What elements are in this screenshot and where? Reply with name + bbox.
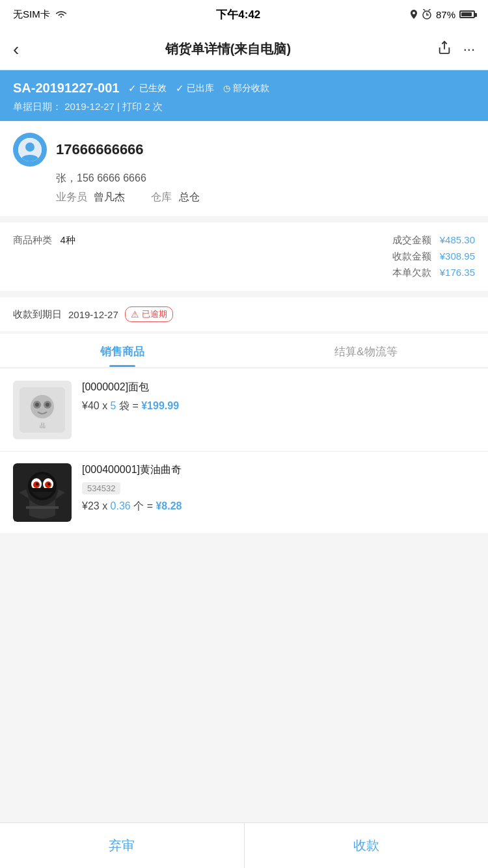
due-date: 2019-12-27	[68, 309, 118, 320]
overdue-icon: ⚠	[131, 309, 139, 319]
more-icon[interactable]: ···	[463, 41, 475, 58]
status-bar: 无SIM卡 下午4:42 87%	[0, 0, 488, 29]
svg-point-13	[35, 403, 39, 407]
badge-shipped: ✓ 已出库	[176, 83, 214, 94]
customer-section: 17666666666 张，156 6666 6666 业务员 曾凡杰 仓库 总…	[0, 121, 488, 216]
wifi-icon	[55, 10, 67, 19]
back-button[interactable]: ‹	[13, 39, 19, 60]
order-date-info: 单据日期： 2019-12-27 | 打印 2 次	[13, 101, 475, 113]
svg-rect-26	[29, 488, 55, 492]
alarm-icon	[422, 9, 432, 20]
svg-text:品: 品	[40, 422, 46, 429]
svg-point-0	[413, 12, 415, 14]
warehouse-info: 仓库 总仓	[151, 191, 199, 204]
product-name-2: [000400001]黄油曲奇	[82, 463, 475, 477]
product-tag-2: 534532	[82, 482, 120, 495]
customer-meta: 业务员 曾凡杰 仓库 总仓	[13, 191, 475, 204]
svg-point-24	[47, 483, 50, 485]
list-item: 品 [0000002]面包 ¥40 x 5 袋 = ¥199.99	[0, 369, 488, 452]
location-icon	[410, 9, 418, 20]
stats-left: 商品种类 4种	[13, 234, 75, 279]
product-price-1: ¥40 x 5 袋 = ¥199.99	[82, 400, 475, 413]
nav-bar: ‹ 销货单详情(来自电脑) ···	[0, 29, 488, 70]
debt-row: 本单欠款 ¥176.35	[392, 267, 475, 279]
tabs: 销售商品 结算&物流等	[0, 334, 488, 368]
bottom-bar: 弃审 收款	[0, 822, 488, 868]
discard-review-button[interactable]: 弃审	[0, 823, 245, 868]
svg-point-23	[36, 483, 38, 485]
stats-right: 成交金额 ¥485.30 收款金额 ¥308.95 本单欠款 ¥176.35	[392, 234, 475, 279]
header-banner: SA-20191227-001 ✓ 已生效 ✓ 已出库 ◷ 部分收款 单据日期：…	[0, 70, 488, 121]
share-icon[interactable]	[437, 40, 452, 59]
payment-button[interactable]: 收款	[245, 823, 489, 868]
list-item: [000400001]黄油曲奇 534532 ¥23 x 0.36 个 = ¥8…	[0, 452, 488, 534]
tab-products[interactable]: 销售商品	[0, 334, 244, 367]
carrier-text: 无SIM卡	[13, 8, 50, 21]
nav-actions: ···	[437, 40, 475, 59]
product-info-2: [000400001]黄油曲奇 534532 ¥23 x 0.36 个 = ¥8…	[82, 463, 475, 522]
battery-icon	[459, 10, 475, 18]
product-thumbnail-2	[13, 463, 72, 522]
status-time: 下午4:42	[216, 7, 260, 22]
stats-section: 商品种类 4种 成交金额 ¥485.30 收款金额 ¥308.95 本单欠款 ¥…	[0, 223, 488, 291]
received-row: 收款金额 ¥308.95	[392, 251, 475, 263]
order-id: SA-20191227-001	[13, 81, 119, 96]
battery-percent: 87%	[436, 9, 455, 20]
status-carrier: 无SIM卡	[13, 8, 67, 21]
tab-settlement[interactable]: 结算&物流等	[244, 334, 488, 367]
svg-point-14	[46, 403, 49, 407]
due-section: 收款到期日 2019-12-27 ⚠ 已逾期	[0, 297, 488, 331]
badge-partial-payment: ◷ 部分收款	[223, 83, 269, 94]
amount-row: 成交金额 ¥485.30	[392, 234, 475, 247]
svg-line-4	[424, 10, 425, 11]
customer-name: 17666666666	[56, 141, 144, 158]
avatar	[13, 133, 47, 167]
overdue-badge: ⚠ 已逾期	[125, 306, 173, 322]
product-kind: 商品种类 4种	[13, 234, 75, 247]
sales-info: 业务员 曾凡杰	[56, 191, 125, 204]
product-price-2: ¥23 x 0.36 个 = ¥8.28	[82, 500, 475, 513]
due-label: 收款到期日	[13, 308, 62, 321]
product-info-1: [0000002]面包 ¥40 x 5 袋 = ¥199.99	[82, 381, 475, 439]
svg-line-5	[429, 10, 430, 11]
status-icons: 87%	[410, 9, 475, 20]
page-title: 销货单详情(来自电脑)	[165, 40, 291, 58]
product-thumbnail-1: 品	[13, 381, 72, 439]
product-list: 品 [0000002]面包 ¥40 x 5 袋 = ¥199.99	[0, 369, 488, 534]
svg-point-8	[25, 142, 34, 152]
product-name-1: [0000002]面包	[82, 381, 475, 394]
customer-contact: 张，156 6666 6666	[13, 172, 475, 185]
badge-activated: ✓ 已生效	[128, 83, 167, 94]
